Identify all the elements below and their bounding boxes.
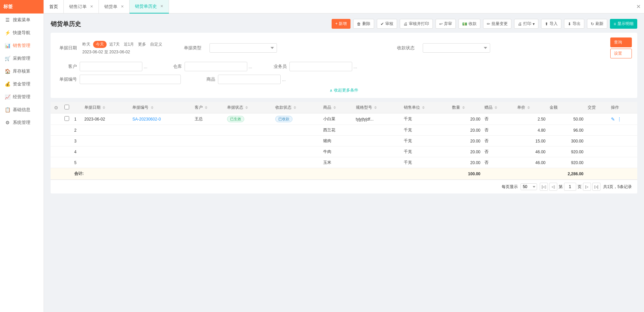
- collect-button[interactable]: 💵 收款: [458, 19, 480, 29]
- tab-sales-history[interactable]: 销货单历史 ✕: [130, 0, 169, 14]
- settings-icon[interactable]: ⚙: [54, 105, 58, 110]
- page-next-button[interactable]: ▷: [583, 183, 591, 191]
- tab-bar-close[interactable]: ✕: [636, 3, 644, 10]
- th-docno[interactable]: 单据编号: [130, 102, 192, 113]
- th-date[interactable]: 单据日期: [82, 102, 130, 113]
- td-spec: [354, 157, 402, 168]
- th-spec[interactable]: 规格型号: [354, 102, 402, 113]
- td-docstatus: [225, 147, 273, 157]
- td-check[interactable]: [61, 136, 72, 147]
- batch-icon: ✏: [487, 22, 490, 26]
- audit-button[interactable]: ✔ 审核: [377, 19, 397, 29]
- th-check[interactable]: [61, 102, 72, 113]
- page-last-button[interactable]: ▷|: [592, 183, 600, 191]
- chart-icon: 📊: [5, 43, 10, 48]
- page-prev-button[interactable]: ◁: [549, 183, 557, 191]
- sidebar-item-quick-nav[interactable]: ⚡ 快捷导航: [0, 26, 44, 39]
- sidebar-item-finance[interactable]: 💰 资金管理: [0, 78, 44, 90]
- td-qty: 20.00: [450, 125, 482, 136]
- tab-close-sales-order[interactable]: ✕: [90, 4, 93, 9]
- shortcut-today[interactable]: 今天: [93, 41, 107, 48]
- td-check[interactable]: [61, 125, 72, 136]
- import-button[interactable]: ⬆ 导入: [541, 19, 561, 29]
- select-all-checkbox[interactable]: [64, 105, 69, 109]
- warehouse-ellipsis[interactable]: ...: [249, 64, 252, 69]
- delete-button[interactable]: 🗑 删除: [353, 19, 374, 29]
- sidebar-item-search-menu[interactable]: ☰ 搜索菜单: [0, 14, 44, 26]
- th-docstatus[interactable]: 单据状态: [225, 102, 273, 113]
- sidebar-item-sys-mgmt[interactable]: ⚙ 系统管理: [0, 116, 44, 129]
- date-sort-icon: [103, 106, 105, 109]
- page-number-input[interactable]: [564, 183, 576, 191]
- operations-icon: 📈: [5, 94, 10, 100]
- th-unit[interactable]: 销售单位: [402, 102, 450, 113]
- doc-type-select[interactable]: [209, 43, 277, 53]
- th-qty[interactable]: 数量: [450, 102, 482, 113]
- pay-status-select[interactable]: [423, 43, 490, 53]
- shortcut-month[interactable]: 近1月: [122, 41, 136, 48]
- doc-no-link[interactable]: SA-20230602-0: [132, 117, 161, 122]
- th-price[interactable]: 单价: [515, 102, 548, 113]
- pagination: 每页显示 50 20 100 |◁ ◁ 第 页 ▷ ▷| 共1页，5条记录: [51, 180, 637, 193]
- td-gear: [51, 113, 61, 125]
- home-icon: 🏠: [5, 69, 10, 74]
- shortcut-week[interactable]: 近7天: [108, 41, 121, 48]
- td-rowno: 3: [72, 136, 82, 147]
- th-product[interactable]: 商品: [321, 102, 354, 113]
- salesperson-input[interactable]: [289, 62, 352, 71]
- td-check[interactable]: [61, 147, 72, 157]
- product-input[interactable]: [218, 75, 281, 84]
- page-label: 第: [559, 184, 563, 190]
- customer-ellipsis[interactable]: ...: [144, 64, 147, 69]
- tab-close-sales-history[interactable]: ✕: [160, 4, 163, 8]
- tab-home[interactable]: 首页: [44, 0, 64, 14]
- refresh-icon: ↻: [591, 22, 594, 26]
- td-check[interactable]: [61, 157, 72, 168]
- tab-sales-delivery[interactable]: 销货单 ✕: [99, 0, 130, 14]
- show-detail-button[interactable]: ≡ 显示明细: [610, 19, 637, 29]
- sidebar-item-inventory[interactable]: 🏠 库存核算: [0, 65, 44, 78]
- td-check[interactable]: [61, 113, 72, 125]
- doc-no-input[interactable]: [80, 75, 181, 84]
- new-button[interactable]: + 新增: [332, 19, 351, 29]
- batch-change-button[interactable]: ✏ 批量变更: [483, 19, 511, 29]
- product-ellipsis[interactable]: ...: [282, 77, 286, 82]
- abandon-button[interactable]: ↩ 弃审: [436, 19, 456, 29]
- td-gift: 否: [482, 147, 515, 157]
- shortcut-more[interactable]: 更多: [137, 41, 147, 48]
- sidebar-item-label: 系统管理: [13, 120, 30, 126]
- clipboard-icon: 📋: [5, 107, 10, 112]
- warehouse-input[interactable]: [185, 62, 247, 71]
- more-icon[interactable]: ⋮: [617, 116, 622, 122]
- gift-sort-icon: [495, 106, 497, 109]
- print-button[interactable]: 🖨 打印 ▾: [514, 19, 538, 29]
- settings-button[interactable]: 设置: [610, 49, 632, 58]
- page-first-button[interactable]: |◁: [540, 183, 548, 191]
- tab-close-sales-delivery[interactable]: ✕: [121, 4, 124, 9]
- th-customer[interactable]: 客户: [193, 102, 225, 113]
- page-size-select[interactable]: 50 20 100: [521, 183, 537, 190]
- customer-input[interactable]: [80, 62, 142, 71]
- sidebar-item-sales-mgmt[interactable]: 📊 销售管理: [0, 39, 44, 52]
- edit-icon[interactable]: ✎: [611, 116, 615, 122]
- th-gear[interactable]: ⚙: [51, 102, 61, 113]
- export-button[interactable]: ⬇ 导出: [564, 19, 584, 29]
- sidebar-item-purchase-mgmt[interactable]: 🛒 采购管理: [0, 52, 44, 65]
- salesperson-ellipsis[interactable]: ...: [354, 64, 357, 69]
- price-sort-icon: [527, 106, 530, 109]
- tab-sales-order[interactable]: 销售订单 ✕: [64, 0, 99, 14]
- sidebar-item-base-info[interactable]: 📋 基础信息: [0, 103, 44, 116]
- query-button[interactable]: 查询: [610, 37, 632, 47]
- th-gift[interactable]: 赠品: [482, 102, 515, 113]
- audit-print-button[interactable]: 🖨 审核并打印: [400, 19, 433, 29]
- th-paystatus[interactable]: 收款状态: [273, 102, 321, 113]
- td-docstatus: 已生效: [225, 113, 273, 125]
- sidebar-item-operations[interactable]: 📈 经营管理: [0, 90, 44, 103]
- filter-collapse[interactable]: ∧ 收起更多条件: [56, 87, 632, 93]
- salesperson-label: 业务员: [266, 63, 289, 70]
- refresh-button[interactable]: ↻ 刷新: [587, 19, 607, 29]
- shortcut-custom[interactable]: 自定义: [149, 41, 164, 48]
- shortcut-yesterday[interactable]: 昨天: [81, 41, 92, 48]
- customer-sort-icon: [205, 106, 207, 109]
- row-checkbox[interactable]: [64, 116, 69, 121]
